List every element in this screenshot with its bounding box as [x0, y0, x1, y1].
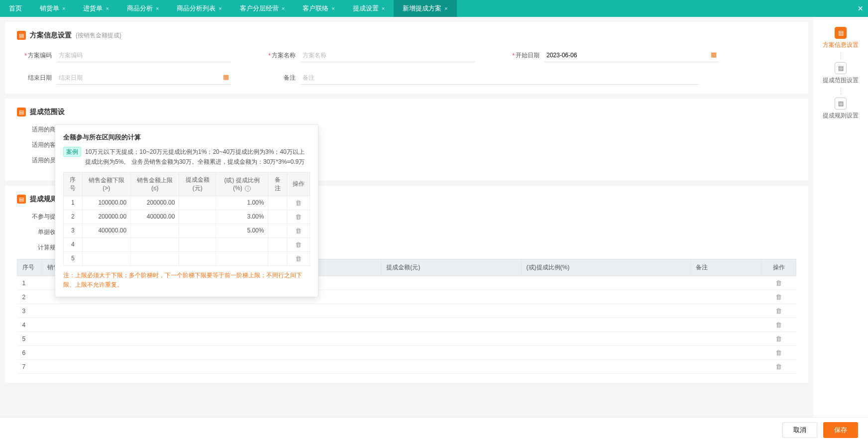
remark-input[interactable] — [301, 71, 699, 85]
table-row: 5🗑 — [64, 251, 310, 265]
table-row[interactable]: 6🗑 — [17, 346, 796, 360]
scheme-name-input[interactable] — [301, 49, 475, 62]
tab-0[interactable]: 首页 — [0, 0, 31, 17]
table-row: 2200000.00400000.003.00%🗑 — [64, 210, 310, 223]
tab-3[interactable]: 商品分析× — [118, 0, 168, 17]
tab-close-icon[interactable]: × — [218, 0, 221, 17]
panel-scheme-info: ▤ 方案信息设置 (按销售金额提成) *方案编码 *方案名称 *开始日期 — [5, 22, 808, 94]
tab-close-icon[interactable]: × — [282, 0, 285, 17]
example-text: 10万元以下无提成；10~20万元提成比例为1%；20~40万提成比例为3%；4… — [85, 147, 310, 167]
tab-2[interactable]: 进货单× — [74, 0, 117, 17]
example-popover: 全额参与所在区间段的计算 案例 10万元以下无提成；10~20万元提成比例为1%… — [55, 124, 319, 297]
tab-8[interactable]: 新增提成方案× — [394, 0, 456, 17]
delete-icon[interactable]: 🗑 — [775, 293, 782, 301]
tab-1[interactable]: 销货单× — [31, 0, 74, 17]
tab-close-icon[interactable]: × — [106, 0, 108, 17]
label-start: 开始日期 — [516, 51, 540, 60]
popover-note: 注：上限必须大于下限；多个阶梯时，下一个阶梯下限要等于前一阶梯上限；不同行之间下… — [63, 271, 310, 290]
section-icon: ▤ — [17, 108, 26, 116]
table-row[interactable]: 3🗑 — [17, 304, 796, 318]
info-icon[interactable]: i — [245, 186, 251, 192]
delete-icon[interactable]: 🗑 — [295, 227, 302, 234]
table-row[interactable]: 7🗑 — [17, 360, 796, 374]
tab-4[interactable]: 商品分析列表× — [168, 0, 230, 17]
section-title: 提成范围设 — [30, 108, 65, 116]
delete-icon[interactable]: 🗑 — [295, 241, 302, 248]
table-row: 4🗑 — [64, 237, 310, 251]
popover-heading: 全额参与所在区间段的计算 — [63, 133, 310, 142]
label-code: 方案编码 — [28, 51, 52, 60]
tab-5[interactable]: 客户分层经营× — [231, 0, 294, 17]
tab-close-icon[interactable]: × — [382, 0, 385, 17]
delete-icon[interactable]: 🗑 — [295, 199, 302, 207]
step-icon: ▤ — [835, 27, 847, 39]
section-subtitle: (按销售金额提成) — [76, 31, 121, 40]
start-date-input[interactable] — [544, 49, 719, 62]
section-title: 方案信息设置 — [30, 31, 72, 40]
nav-step-scope[interactable]: ▤ 提成范围设置 — [823, 62, 859, 85]
tab-7[interactable]: 提成设置× — [344, 0, 394, 17]
delete-icon[interactable]: 🗑 — [775, 335, 782, 342]
scheme-code-input[interactable] — [57, 49, 231, 62]
label-remark: 备注 — [284, 74, 296, 82]
delete-icon[interactable]: 🗑 — [295, 255, 302, 262]
table-row[interactable]: 5🗑 — [17, 332, 796, 346]
tab-close-icon[interactable]: × — [62, 0, 65, 17]
section-icon: ▤ — [17, 195, 26, 204]
nav-step-info[interactable]: ▤ 方案信息设置 — [823, 27, 859, 49]
step-icon: ▤ — [835, 62, 847, 74]
table-row: 1100000.00200000.001.00%🗑 — [64, 196, 310, 210]
table-row[interactable]: 4🗑 — [17, 318, 796, 332]
tab-close-icon[interactable]: × — [156, 0, 159, 17]
delete-icon[interactable]: 🗑 — [295, 213, 302, 221]
step-nav: ▤ 方案信息设置 ▤ 提成范围设置 ▤ 提成规则设置 — [813, 17, 868, 417]
delete-icon[interactable]: 🗑 — [775, 307, 782, 315]
close-all-icon[interactable]: × — [858, 3, 863, 14]
tab-close-icon[interactable]: × — [444, 0, 447, 17]
calendar-icon[interactable]: ▦ — [223, 73, 229, 81]
step-icon: ▤ — [835, 98, 847, 110]
delete-icon[interactable]: 🗑 — [775, 363, 782, 370]
table-row: 3400000.005.00%🗑 — [64, 223, 310, 237]
nav-step-rule[interactable]: ▤ 提成规则设置 — [823, 98, 859, 120]
section-icon: ▤ — [17, 31, 26, 40]
tab-bar: 首页销货单×进货单×商品分析×商品分析列表×客户分层经营×客户联络×提成设置×新… — [0, 0, 868, 17]
tab-close-icon[interactable]: × — [331, 0, 334, 17]
delete-icon[interactable]: 🗑 — [775, 279, 782, 287]
delete-icon[interactable]: 🗑 — [775, 321, 782, 329]
example-table: 序号销售金额下限 (>)销售金额上限 (≤)提成金额 (元)(或) 提成比例 (… — [63, 172, 310, 266]
end-date-input[interactable] — [57, 71, 231, 85]
label-end: 结束日期 — [28, 74, 52, 82]
calendar-icon[interactable]: ▦ — [711, 51, 717, 58]
delete-icon[interactable]: 🗑 — [775, 349, 782, 356]
tab-6[interactable]: 客户联络× — [294, 0, 343, 17]
label-name: 方案名称 — [272, 51, 296, 60]
example-tag: 案例 — [63, 147, 81, 157]
